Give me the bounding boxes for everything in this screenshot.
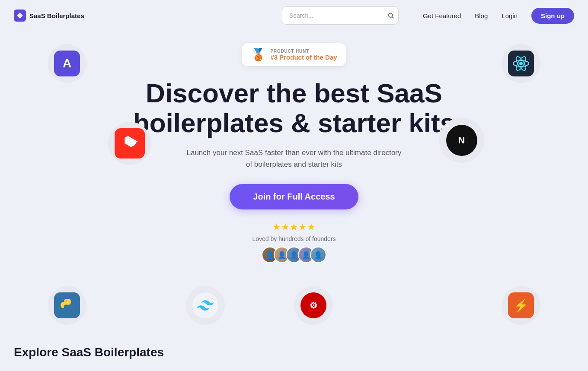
floating-icons: A N [0, 31, 588, 325]
shopify-icon: ⚡ [502, 286, 540, 325]
nav-login[interactable]: Login [502, 12, 518, 19]
hero-section: A N [0, 31, 588, 325]
logo[interactable]: SaaS Boilerplates [14, 10, 84, 22]
search-input[interactable] [282, 6, 399, 25]
ph-label-bottom: #3 Product of the Day [270, 54, 337, 61]
svg-point-6 [514, 55, 527, 72]
navbar: SaaS Boilerplates Get Featured Blog Logi… [0, 0, 588, 31]
signup-button[interactable]: Sign up [531, 8, 574, 24]
search-container [282, 6, 399, 25]
founder-avatars: 👤 👤 👤 👤 👤 [262, 247, 326, 263]
svg-line-2 [392, 17, 393, 18]
tailwind-icon [186, 286, 225, 325]
explore-section: Explore SaaS Boilerplates [0, 325, 588, 359]
hero-title: Discover the best SaaS boilerplates & st… [133, 78, 455, 138]
cta-button[interactable]: Join for Full Access [230, 184, 358, 209]
python-icon [48, 286, 86, 325]
hero-subtitle: Launch your next SaaS faster than ever w… [186, 147, 402, 170]
explore-title: Explore SaaS Boilerplates [14, 346, 574, 359]
stars-rating: ★★★★★ [272, 222, 316, 233]
adonis-icon: A [48, 44, 86, 83]
search-icon [387, 12, 394, 19]
product-hunt-badge: 🥉 PRODUCT HUNT #3 Product of the Day [242, 43, 345, 66]
ph-text: PRODUCT HUNT #3 Product of the Day [270, 49, 337, 61]
avatar-5: 👤 [310, 247, 326, 263]
loved-text: Loved by hundreds of founders [252, 235, 336, 242]
rails-icon: ⚙ [294, 286, 333, 325]
ph-label-top: PRODUCT HUNT [270, 49, 337, 54]
svg-point-5 [514, 55, 527, 72]
search-button[interactable] [387, 12, 394, 19]
nav-links: Get Featured Blog Login Sign up [423, 8, 574, 24]
hero-title-line2: boilerplates & starter kits [133, 108, 455, 138]
ph-medal-icon: 🥉 [251, 48, 266, 62]
nav-get-featured[interactable]: Get Featured [423, 12, 461, 19]
hero-title-line1: Discover the best SaaS [146, 78, 442, 108]
svg-point-4 [513, 60, 529, 67]
nav-blog[interactable]: Blog [475, 12, 488, 19]
logo-icon [14, 10, 26, 22]
react-icon [502, 44, 540, 83]
svg-point-3 [519, 62, 523, 65]
logo-text: SaaS Boilerplates [29, 12, 84, 19]
